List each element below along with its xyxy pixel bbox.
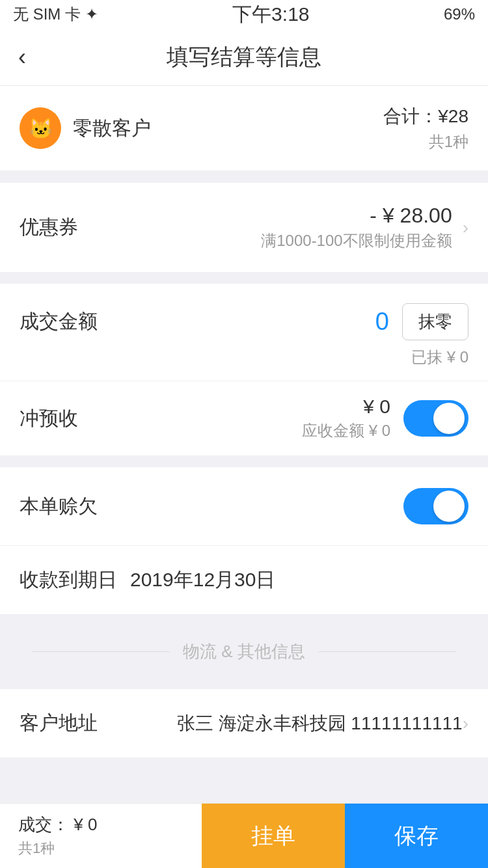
prepay-label: 冲预收 bbox=[20, 405, 78, 432]
status-left: 无 SIM 卡 ✦ bbox=[13, 4, 98, 25]
customer-card: 🐱 零散客户 合计：¥28 共1种 bbox=[0, 86, 488, 170]
hold-button[interactable]: 挂单 bbox=[202, 804, 345, 868]
deal-amount-sub: 已抹 ¥ 0 bbox=[0, 347, 488, 381]
deal-amount-value: 0 bbox=[375, 308, 389, 336]
back-button[interactable]: ‹ bbox=[18, 44, 26, 71]
bottom-deal-label: 成交： ¥ 0 bbox=[18, 813, 183, 836]
bottom-bar: 成交： ¥ 0 共1种 挂单 保存 bbox=[0, 803, 488, 868]
prepay-right: ¥ 0 应收金额 ¥ 0 bbox=[302, 396, 468, 441]
credit-label: 本单赊欠 bbox=[20, 493, 98, 520]
nav-bar: ‹ 填写结算等信息 bbox=[0, 29, 488, 86]
deal-amount-label: 成交金额 bbox=[20, 308, 98, 335]
deal-amount-right: 0 抹零 bbox=[375, 303, 468, 340]
coupon-right: - ¥ 28.00 满1000-100不限制使用金额 › bbox=[261, 204, 468, 251]
avatar-icon: 🐱 bbox=[29, 117, 53, 140]
address-value: 张三 海淀永丰科技园 11111111111 bbox=[111, 711, 463, 736]
coupon-label: 优惠券 bbox=[20, 214, 78, 241]
customer-total: 合计：¥28 共1种 bbox=[383, 104, 468, 152]
credit-row: 本单赊欠 bbox=[0, 467, 488, 545]
coupon-value: - ¥ 28.00 bbox=[261, 204, 452, 228]
logistics-label: 物流 & 其他信息 bbox=[183, 640, 305, 663]
logistics-header: 物流 & 其他信息 bbox=[0, 626, 488, 677]
credit-toggle[interactable] bbox=[403, 488, 468, 524]
duedate-value: 2019年12月30日 bbox=[130, 567, 275, 593]
coupon-value-group: - ¥ 28.00 满1000-100不限制使用金额 bbox=[261, 204, 452, 251]
address-chevron-icon: › bbox=[463, 713, 468, 734]
chevron-right-icon: › bbox=[463, 217, 468, 238]
bottom-info: 成交： ¥ 0 共1种 bbox=[0, 804, 202, 868]
prepay-value-group: ¥ 0 应收金额 ¥ 0 bbox=[302, 396, 390, 441]
divider-right bbox=[318, 651, 455, 652]
round-button[interactable]: 抹零 bbox=[402, 303, 468, 340]
address-row[interactable]: 客户地址 张三 海淀永丰科技园 11111111111 › bbox=[0, 689, 488, 757]
total-label: 合计：¥28 bbox=[383, 104, 468, 129]
customer-left: 🐱 零散客户 bbox=[20, 107, 151, 149]
content-area: 🐱 零散客户 合计：¥28 共1种 优惠券 - ¥ 28.00 满1000-10… bbox=[0, 86, 488, 868]
credit-toggle-knob bbox=[433, 491, 465, 522]
divider-left bbox=[33, 651, 170, 652]
customer-name: 零散客户 bbox=[73, 115, 151, 142]
bottom-deal-prefix: 成交： bbox=[18, 815, 69, 834]
save-button[interactable]: 保存 bbox=[345, 804, 488, 868]
address-label: 客户地址 bbox=[20, 710, 98, 737]
status-time: 下午3:18 bbox=[232, 1, 309, 28]
deal-amount-row: 成交金额 0 抹零 bbox=[0, 284, 488, 347]
deal-amount-section: 成交金额 0 抹零 已抹 ¥ 0 冲预收 ¥ 0 应收金额 ¥ 0 bbox=[0, 284, 488, 455]
duedate-label: 收款到期日 bbox=[20, 567, 117, 593]
address-card[interactable]: 客户地址 张三 海淀永丰科技园 11111111111 › bbox=[0, 689, 488, 757]
coupon-row[interactable]: 优惠券 - ¥ 28.00 满1000-100不限制使用金额 › bbox=[0, 182, 488, 272]
prepay-toggle[interactable] bbox=[403, 400, 468, 437]
coupon-card[interactable]: 优惠券 - ¥ 28.00 满1000-100不限制使用金额 › bbox=[0, 182, 488, 272]
prepay-value: ¥ 0 bbox=[302, 396, 390, 418]
bottom-deal-value: ¥ 0 bbox=[74, 815, 97, 834]
bottom-count: 共1种 bbox=[18, 839, 183, 858]
duedate-row: 收款到期日 2019年12月30日 bbox=[0, 545, 488, 614]
toggle-knob bbox=[433, 403, 465, 434]
coupon-sub: 满1000-100不限制使用金额 bbox=[261, 230, 452, 251]
total-count: 共1种 bbox=[383, 131, 468, 152]
prepay-sub: 应收金额 ¥ 0 bbox=[302, 420, 390, 441]
status-bar: 无 SIM 卡 ✦ 下午3:18 69% bbox=[0, 0, 488, 29]
credit-section: 本单赊欠 收款到期日 2019年12月30日 bbox=[0, 467, 488, 614]
status-right: 69% bbox=[444, 5, 475, 23]
page-title: 填写结算等信息 bbox=[167, 42, 321, 72]
logistics-section: 物流 & 其他信息 bbox=[0, 626, 488, 677]
prepay-row: 冲预收 ¥ 0 应收金额 ¥ 0 bbox=[0, 381, 488, 455]
avatar: 🐱 bbox=[20, 107, 61, 149]
customer-row: 🐱 零散客户 合计：¥28 共1种 bbox=[0, 86, 488, 170]
